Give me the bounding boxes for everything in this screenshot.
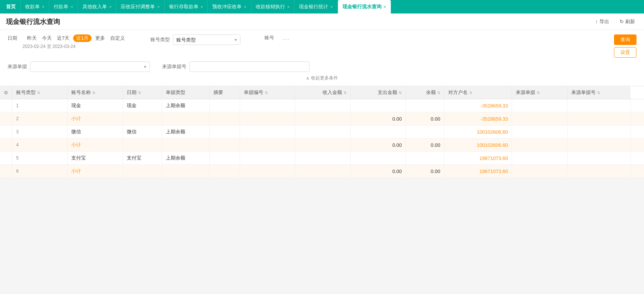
td-row-num: 3	[12, 125, 68, 139]
th-balance: 余额 ⇅	[406, 86, 444, 99]
sort-account-name-icon: ⇅	[92, 91, 95, 95]
td-row-num: 1	[12, 99, 68, 112]
account-type-select[interactable]: 账号类型 现金 微信 支付宝	[173, 34, 240, 45]
td-doc-type	[209, 112, 240, 125]
top-navigation: 首页 收款单 × 付款单 × 其他收入单 × 应收应付调整单 × 银行存取款单 …	[0, 0, 644, 13]
export-button[interactable]: ↑ 导出	[593, 17, 612, 27]
source-doc-select-wrapper: ▼	[30, 61, 150, 72]
page-header: 现金银行流水查询 ↑ 导出 ↻ 刷新	[0, 13, 644, 30]
td-income	[350, 125, 405, 139]
nav-prepay[interactable]: 预收冲应收单 ×	[208, 0, 251, 13]
nav-receipt-label: 收款单	[25, 3, 40, 10]
th-income: 收入金额 ⇅	[295, 86, 350, 99]
nav-adjust[interactable]: 应收应付调整单 ×	[116, 0, 164, 13]
td-expense: 0.00	[406, 165, 444, 178]
nav-adjust-label: 应收应付调整单	[121, 3, 155, 10]
td-account-type: 小计	[68, 139, 123, 152]
sort-date-icon: ⇅	[138, 91, 141, 95]
nav-flow-query[interactable]: 现金银行流水查询 ×	[338, 0, 391, 13]
td-account-type: 微信	[68, 125, 123, 139]
nav-receipt[interactable]: 收款单 ×	[21, 0, 49, 13]
nav-verify-close[interactable]: ×	[287, 4, 290, 9]
nav-bank-deposit[interactable]: 银行存取款单 ×	[165, 0, 208, 13]
td-account-name: 现金	[123, 99, 162, 112]
td-income: 0.00	[350, 165, 405, 178]
td-doc-type	[209, 125, 240, 139]
td-source-doc	[567, 99, 630, 112]
shortcut-today[interactable]: 今天	[41, 34, 53, 42]
nav-other-income[interactable]: 其他收入单 ×	[78, 0, 116, 13]
shortcut-custom[interactable]: 自定义	[109, 34, 126, 42]
sort-balance-icon: ⇅	[437, 91, 440, 95]
nav-adjust-close[interactable]: ×	[157, 4, 159, 9]
shortcut-1month[interactable]: 近1月	[73, 34, 92, 42]
shortcut-7days[interactable]: 近7天	[56, 34, 71, 42]
nav-home[interactable]: 首页	[2, 0, 21, 13]
td-expense	[406, 152, 444, 165]
td-doc-type	[209, 152, 240, 165]
th-account-type: 账号类型 ⇅	[12, 86, 68, 99]
nav-bank-deposit-close[interactable]: ×	[201, 4, 203, 9]
nav-verify[interactable]: 收款核销执行 ×	[251, 0, 294, 13]
td-summary	[240, 99, 295, 112]
nav-receipt-close[interactable]: ×	[42, 4, 44, 9]
nav-flow-query-label: 现金银行流水查询	[342, 3, 381, 10]
nav-prepay-close[interactable]: ×	[244, 4, 246, 9]
td-row-num: 5	[12, 152, 68, 165]
td-summary	[240, 152, 295, 165]
td-account-name: 微信	[123, 125, 162, 139]
th-expense: 支出金额 ⇅	[350, 86, 405, 99]
shortcut-more[interactable]: 更多	[94, 34, 107, 42]
sort-income-icon: ⇅	[344, 91, 347, 95]
td-balance: 19871073.60	[444, 165, 512, 178]
td-account-name	[123, 112, 162, 125]
td-date: 上期余额	[162, 152, 209, 165]
th-summary: 摘要	[209, 86, 240, 99]
td-expense	[406, 125, 444, 139]
th-settings[interactable]: ⚙	[0, 86, 12, 99]
query-button[interactable]: 查询	[614, 34, 636, 45]
nav-other-income-close[interactable]: ×	[109, 4, 111, 9]
page-title: 现金银行流水查询	[6, 17, 60, 26]
nav-prepay-label: 预收冲应收单	[212, 3, 242, 10]
td-summary	[240, 112, 295, 125]
nav-stats-close[interactable]: ×	[330, 4, 333, 9]
td-source-doc	[567, 165, 630, 178]
refresh-button[interactable]: ↻ 刷新	[617, 17, 638, 27]
nav-stats[interactable]: 现金银行统计 ×	[294, 0, 338, 13]
nav-flow-query-close[interactable]: ×	[384, 4, 386, 9]
th-source-doc: 来源单据 ⇅	[512, 86, 567, 99]
td-expense	[406, 99, 444, 112]
nav-payment-close[interactable]: ×	[71, 4, 73, 9]
td-date: 上期余额	[162, 99, 209, 112]
td-expense: 0.00	[406, 112, 444, 125]
td-summary	[240, 139, 295, 152]
export-icon: ↑	[596, 19, 598, 24]
nav-payment[interactable]: 付款单 ×	[49, 0, 78, 13]
td-doc-type	[209, 139, 240, 152]
td-doc-number	[295, 99, 350, 112]
source-doc-number-input[interactable]	[189, 61, 309, 72]
th-account-name: 账号名称 ⇅	[68, 86, 123, 99]
td-balance: 19871073.60	[444, 152, 512, 165]
settings-button[interactable]: 设置	[614, 47, 636, 58]
shortcut-yesterday[interactable]: 昨天	[26, 34, 38, 42]
td-settings	[0, 125, 12, 139]
sort-source-doc-icon: ⇅	[537, 91, 540, 95]
collapse-button[interactable]: ∧ 收起更多条件	[306, 75, 338, 81]
td-summary	[240, 125, 295, 139]
td-source-doc-number	[630, 152, 644, 165]
td-row-num: 2	[12, 112, 68, 125]
td-expense: 0.00	[406, 139, 444, 152]
td-account-type: 小计	[68, 112, 123, 125]
td-account-type: 现金	[68, 99, 123, 112]
td-source-doc	[567, 112, 630, 125]
td-settings	[0, 152, 12, 165]
source-doc-select[interactable]	[30, 61, 150, 72]
td-doc-type	[209, 99, 240, 112]
td-income: 0.00	[350, 139, 405, 152]
nav-verify-label: 收款核销执行	[256, 3, 285, 10]
source-doc-row: 来源单据 ▼ 来源单据号	[8, 61, 636, 72]
td-counterparty	[512, 125, 567, 139]
account-dots-button[interactable]: ...	[282, 34, 290, 41]
